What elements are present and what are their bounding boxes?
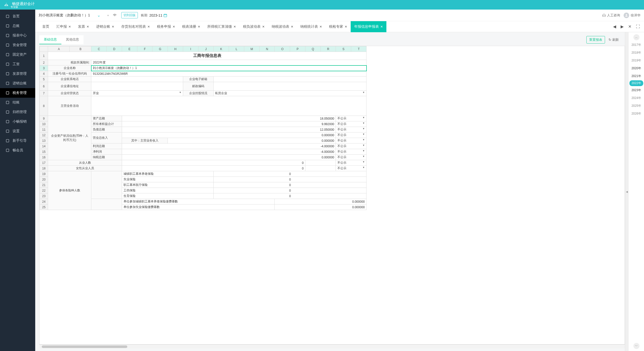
col-head[interactable]: O [275,46,290,52]
row-head[interactable]: 2 [40,60,48,65]
period-value[interactable]: 2023-11 [149,13,162,17]
col-head[interactable]: S [336,46,351,52]
refresh-button[interactable]: ↻ 刷新 [609,38,619,42]
sidebar-item-invoice[interactable]: 发票管理 [0,69,35,79]
col-head[interactable]: Q [305,46,320,52]
sidebar-item-archive[interactable]: 归档管理 [0,107,35,117]
col-head[interactable]: I [183,46,198,52]
tab-close-icon[interactable]: ✕ [291,25,293,28]
disclosure-select[interactable]: 不公示 [336,149,367,155]
col-head[interactable]: A [48,46,70,52]
cell[interactable]: 0.000000 [168,138,336,144]
cell[interactable] [305,166,336,171]
tab-close-icon[interactable]: ✕ [112,25,114,28]
tabs-next-icon[interactable]: ▶ [619,23,625,30]
year-option[interactable]: 2018年 [631,49,641,56]
cell[interactable]: 2022年度 [91,60,367,65]
cell[interactable]: 0.000000 [122,132,336,138]
sidebar-item-reimburse[interactable]: 小畅报销 [0,117,35,126]
tab-汇申报[interactable]: 汇申报✕ [53,21,74,32]
tabs-prev-icon[interactable]: ◀ [612,23,618,30]
tab-存货别名对照表[interactable]: 存货别名对照表✕ [118,21,153,32]
year-option[interactable]: 2021年 [631,73,641,80]
cell[interactable]: 0 [214,193,367,199]
row-head[interactable]: 20 [40,177,48,182]
cell[interactable] [305,160,336,166]
cell[interactable]: 91320811MA7NGR2W6R [91,71,367,77]
tab-close-icon[interactable]: ✕ [68,25,71,28]
row-head[interactable]: 15 [40,149,48,155]
year-option[interactable]: 2023年 [631,87,641,94]
cell[interactable]: 12.050000 [122,127,336,132]
sidebar-item-close[interactable]: 结账 [0,98,35,107]
tab-所得税汇算清缴[interactable]: 所得税汇算清缴✕ [204,21,239,32]
row-head[interactable]: 10 [40,121,48,127]
tab-首页[interactable]: 首页 [39,21,53,32]
disclosure-select[interactable]: 不公示 [336,116,367,121]
col-head[interactable]: T [351,46,367,52]
row-head[interactable]: 6 [40,82,48,91]
year-option[interactable]: 2022年 [629,80,643,86]
account-switch-chevron-icon[interactable]: ⌄ [93,13,105,18]
account-name[interactable]: 刘小艳演示账套（勿删勿动！）1 [39,13,90,18]
tab-close-icon[interactable]: ✕ [345,25,347,28]
cell[interactable] [91,96,367,116]
user-menu[interactable]: 徐泽华 [624,13,640,18]
cell[interactable] [91,82,183,91]
tab-close-icon[interactable]: ✕ [380,25,383,28]
row-head[interactable]: 21 [40,182,48,188]
subtab-其他信息[interactable]: 其他信息 [61,35,84,44]
year-up-icon[interactable]: ︿ [633,34,639,40]
col-head[interactable]: L [229,46,244,52]
cell[interactable] [214,77,367,82]
row-head[interactable]: 4 [40,71,48,77]
row-head[interactable]: 24 [40,199,48,204]
row-head[interactable]: 19 [40,171,48,177]
tab-close-icon[interactable]: ✕ [319,25,322,28]
cell[interactable] [214,82,367,91]
row-head[interactable]: 22 [40,188,48,193]
sidebar-item-guide[interactable]: 新手引导 [0,136,35,146]
horizontal-scrollbar[interactable] [39,344,625,348]
disclosure-select[interactable]: 不公示 [336,166,367,171]
cell[interactable]: 0 [214,182,367,188]
account-settings-gear-icon[interactable] [111,12,118,18]
tab-税表清册[interactable]: 税表清册✕ [179,21,204,32]
tab-close-icon[interactable]: ✕ [173,25,175,28]
sidebar-item-tax[interactable]: 税务管理 [0,88,35,98]
col-head[interactable]: B [70,46,91,52]
year-option[interactable]: 2026年 [631,110,641,117]
tab-进销台账[interactable]: 进销台账✕ [93,21,118,32]
cell[interactable]: 18.050000 [122,116,336,121]
col-head[interactable]: K [214,46,229,52]
sidebar-item-chart[interactable]: 报表中心 [0,31,35,40]
year-option[interactable]: 2024年 [631,94,641,102]
sidebar-item-asset[interactable]: 固定资产 [0,50,35,59]
row-head[interactable]: 14 [40,144,48,149]
row-head[interactable]: 12 [40,132,48,138]
tab-年报信息申报表[interactable]: 年报信息申报表✕ [351,21,386,32]
row-head[interactable]: 9 [40,116,48,121]
disclosure-select[interactable]: 不公示 [336,127,367,132]
col-head[interactable]: F [137,46,152,52]
subtab-基础信息[interactable]: 基础信息 [39,35,61,44]
switch-old-version-button[interactable]: 切到旧版 [121,12,138,18]
cell[interactable] [91,77,183,82]
col-head[interactable]: G [152,46,168,52]
year-option[interactable]: 2019年 [631,57,641,64]
disclosure-select[interactable]: 不公示 [336,144,367,149]
row-head[interactable]: 11 [40,127,48,132]
sidebar-item-ledger[interactable]: 总账 [0,21,35,31]
row-head[interactable]: 23 [40,193,48,199]
sidebar-item-salary[interactable]: 工资 [0,59,35,69]
tab-close-icon[interactable]: ✕ [198,25,200,28]
row-head[interactable]: 5 [40,77,48,82]
cell[interactable]: 0 [122,166,305,171]
cell[interactable]: 9.992000 [122,121,336,127]
col-head[interactable]: D [107,46,122,52]
tab-税务申报[interactable]: 税务申报✕ [153,21,179,32]
sidebar-item-vip[interactable]: 畅会员 [0,146,35,155]
cell[interactable]: 0 [214,171,367,177]
row-head[interactable]: 3 [40,65,48,71]
tab-纳税统计表[interactable]: 纳税统计表✕ [297,21,326,32]
